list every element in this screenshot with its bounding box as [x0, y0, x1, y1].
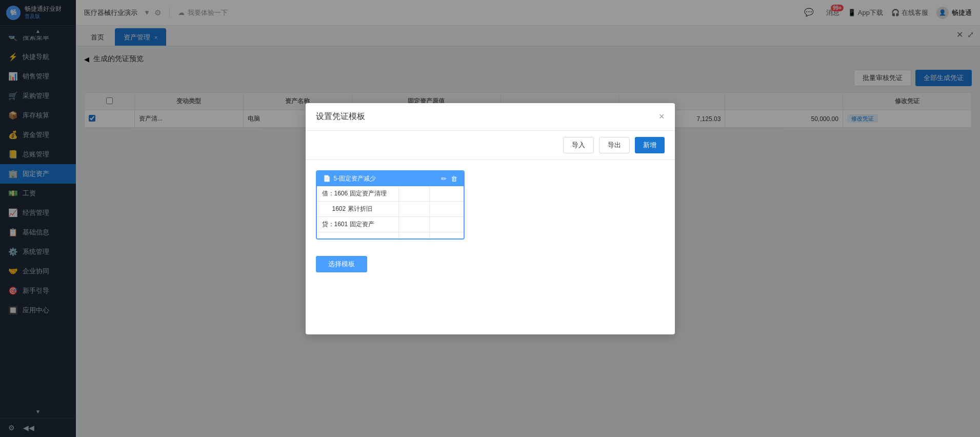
template-card-actions: ✏ 🗑 — [441, 175, 457, 183]
select-template-wrapper: 选择模板 — [316, 248, 665, 272]
template-credit-2 — [430, 202, 461, 216]
select-template-button[interactable]: 选择模板 — [316, 256, 367, 272]
modal-title: 设置凭证模板 — [316, 111, 365, 122]
template-card-title: 📄 5-固定资产减少 — [323, 174, 376, 183]
modal-dialog: 设置凭证模板 × 导入 导出 新增 📄 5-固定资产减少 ✏ 🗑 — [306, 103, 675, 334]
template-credit-row-2 — [317, 232, 464, 239]
template-card-header: 📄 5-固定资产减少 ✏ 🗑 — [317, 171, 464, 186]
template-credit-3 — [430, 217, 461, 232]
template-account-4 — [317, 232, 399, 239]
new-button[interactable]: 新增 — [635, 137, 665, 153]
template-name: 5-固定资产减少 — [334, 174, 376, 183]
template-debit-3 — [399, 217, 430, 232]
template-account-3: 贷：1601 固定资产 — [317, 217, 399, 232]
template-debit-4 — [399, 232, 430, 239]
modal-close-button[interactable]: × — [659, 111, 665, 122]
template-delete-icon[interactable]: 🗑 — [451, 175, 457, 183]
template-debit-row-1: 借：1606 固定资产清理 — [317, 186, 464, 202]
export-button[interactable]: 导出 — [599, 137, 630, 153]
template-account-1: 借：1606 固定资产清理 — [317, 186, 399, 201]
template-credit-row-1: 贷：1601 固定资产 — [317, 217, 464, 232]
template-debit-1 — [399, 186, 430, 201]
template-card: 📄 5-固定资产减少 ✏ 🗑 借：1606 固定资产清理 — [316, 170, 465, 240]
template-debit-2 — [399, 202, 430, 216]
modal-body: 📄 5-固定资产减少 ✏ 🗑 借：1606 固定资产清理 — [306, 160, 675, 334]
import-button[interactable]: 导入 — [563, 137, 594, 153]
modal-overlay: 设置凭证模板 × 导入 导出 新增 📄 5-固定资产减少 ✏ 🗑 — [0, 0, 980, 437]
template-credit-1 — [430, 186, 461, 201]
template-account-2: 1602 累计折旧 — [317, 202, 399, 216]
template-edit-icon[interactable]: ✏ — [441, 175, 447, 183]
template-credit-4 — [430, 232, 461, 239]
template-debit-row-2: 1602 累计折旧 — [317, 202, 464, 217]
template-file-icon: 📄 — [323, 175, 331, 182]
modal-toolbar: 导入 导出 新增 — [306, 131, 675, 160]
template-card-body: 借：1606 固定资产清理 1602 累计折旧 贷：1601 固定资产 — [317, 186, 464, 239]
modal-header: 设置凭证模板 × — [306, 103, 675, 131]
